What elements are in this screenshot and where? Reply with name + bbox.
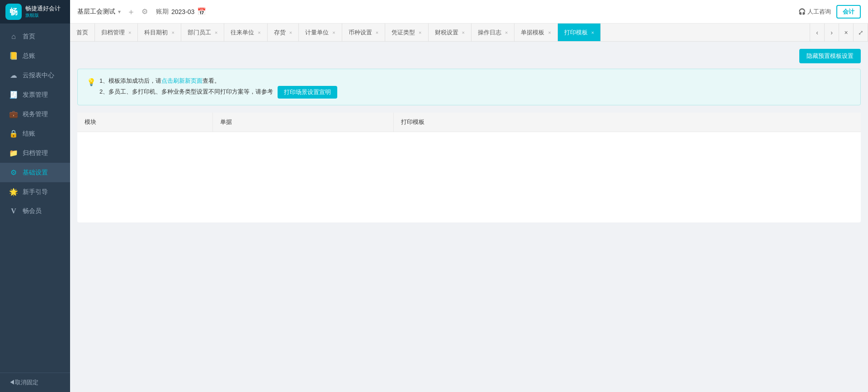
action-bar: 隐藏预置模板设置	[77, 49, 861, 63]
sidebar-item-settings[interactable]: ⚙ 基础设置	[0, 163, 70, 182]
sidebar-item-label: 结账	[23, 130, 35, 138]
tab-dept-label: 部门员工	[188, 28, 211, 37]
company-name: 基层工会测试	[77, 8, 115, 16]
tab-partner[interactable]: 往来单位 ×	[224, 24, 267, 41]
tab-currency[interactable]: 币种设置 ×	[342, 24, 385, 41]
info-line1-after: 查看。	[203, 77, 220, 84]
kuaiji-label: 会计	[843, 8, 854, 15]
info-line1: 1、模板添加成功后，请点击刷新新页面查看。	[99, 76, 851, 86]
tab-archive-close-icon[interactable]: ×	[128, 30, 131, 35]
tab-subject-close-icon[interactable]: ×	[171, 30, 174, 35]
calendar-icon[interactable]: 📅	[197, 7, 206, 16]
tab-expand-button[interactable]: ⤢	[854, 24, 868, 42]
home-icon: ⌂	[9, 33, 18, 41]
tab-tax-label: 财税设置	[435, 28, 458, 37]
unpin-label: ◀取消固定	[9, 378, 38, 387]
data-table: 模块 单据 打印模板	[77, 113, 861, 222]
sidebar-item-label: 新手引导	[23, 188, 48, 196]
sidebar-item-label: 发票管理	[23, 91, 48, 99]
tab-home[interactable]: 首页	[70, 24, 95, 41]
sidebar-item-taxmgr[interactable]: 💼 税务管理	[0, 104, 70, 124]
tab-unit-label: 计量单位	[305, 28, 329, 37]
tab-partner-close-icon[interactable]: ×	[258, 30, 260, 35]
info-box: 💡 1、模板添加成功后，请点击刷新新页面查看。 2、多员工、多打印机、多种业务类…	[77, 69, 861, 105]
tab-partner-label: 往来单位	[231, 28, 254, 37]
info-row: 💡 1、模板添加成功后，请点击刷新新页面查看。 2、多员工、多打印机、多种业务类…	[87, 76, 851, 99]
tab-scroll-right-button[interactable]: ›	[825, 24, 839, 42]
info-refresh-link[interactable]: 点击刷新新页面	[161, 77, 203, 84]
tab-currency-close-icon[interactable]: ×	[376, 30, 378, 35]
topbar-settings-icon[interactable]: ⚙	[142, 7, 148, 16]
print-scene-button[interactable]: 打印场景设置宣明	[278, 86, 337, 99]
guide-icon: 🌟	[9, 188, 18, 196]
info-line2-text: 2、多员工、多打印机、多种业务类型设置不同打印方案等，请参考	[99, 89, 273, 95]
tab-close-all-button[interactable]: ×	[839, 24, 854, 42]
tab-voucher[interactable]: 凭证类型 ×	[385, 24, 428, 41]
sidebar-item-invoice[interactable]: 🧾 发票管理	[0, 85, 70, 104]
tab-voucher-close-icon[interactable]: ×	[419, 30, 421, 35]
logo-icon: 畅	[5, 4, 22, 20]
reports-icon: ☁	[9, 71, 18, 80]
sidebar-item-home[interactable]: ⌂ 首页	[0, 27, 70, 46]
period-selector: 账期 2023-03 📅	[156, 7, 206, 16]
tab-currency-label: 币种设置	[349, 28, 372, 37]
tab-stock[interactable]: 存货 ×	[268, 24, 299, 41]
tab-unit[interactable]: 计量单位 ×	[299, 24, 342, 41]
sidebar-item-label: 归档管理	[23, 149, 48, 157]
sidebar-item-label: 总账	[23, 52, 35, 60]
tab-dept-close-icon[interactable]: ×	[215, 30, 217, 35]
table-body	[77, 132, 861, 222]
sidebar-item-reports[interactable]: ☁ 云报表中心	[0, 66, 70, 85]
tab-printtemplate[interactable]: 打印模板 ×	[558, 24, 601, 41]
hide-template-button[interactable]: 隐藏预置模板设置	[799, 49, 861, 63]
tab-oplog-label: 操作日志	[478, 28, 501, 37]
tab-oplog[interactable]: 操作日志 ×	[472, 24, 514, 41]
tab-subject-label: 科目期初	[144, 28, 168, 37]
tab-scroll-left-button[interactable]: ‹	[810, 24, 825, 42]
sidebar-item-label: 畅会员	[23, 207, 42, 215]
settings-icon: ⚙	[9, 168, 18, 177]
sidebar-item-guide[interactable]: 🌟 新手引导	[0, 182, 70, 202]
company-selector[interactable]: 基层工会测试 ▾	[77, 8, 121, 16]
col-template: 打印模板	[394, 113, 861, 132]
sidebar-item-ledger[interactable]: 📒 总账	[0, 46, 70, 66]
tab-home-label: 首页	[76, 28, 88, 37]
add-tab-button[interactable]: ＋	[125, 6, 137, 17]
tab-subject[interactable]: 科目期初 ×	[138, 24, 181, 41]
topbar: 基层工会测试 ▾ ＋ ⚙ 账期 2023-03 📅 🎧 人工咨询 会计	[70, 0, 868, 24]
invoice-icon: 🧾	[9, 90, 18, 99]
sidebar-item-close[interactable]: 🔒 结账	[0, 124, 70, 143]
tab-stock-close-icon[interactable]: ×	[289, 30, 292, 35]
topbar-right: 🎧 人工咨询 会计	[798, 5, 861, 19]
sidebar-item-archivemgr[interactable]: 📁 归档管理	[0, 143, 70, 163]
tab-archive-label: 归档管理	[101, 28, 125, 37]
kuaiji-button[interactable]: 会计	[836, 5, 861, 19]
content-area: 隐藏预置模板设置 💡 1、模板添加成功后，请点击刷新新页面查看。 2、多员工、多…	[70, 42, 868, 392]
tab-oplog-close-icon[interactable]: ×	[505, 30, 508, 35]
col-doc: 单据	[213, 113, 394, 132]
unpin-sidebar-button[interactable]: ◀取消固定	[0, 373, 70, 392]
tab-dept[interactable]: 部门员工 ×	[181, 24, 224, 41]
tab-archive[interactable]: 归档管理 ×	[95, 24, 138, 41]
tab-voucher-label: 凭证类型	[392, 28, 415, 37]
logo-subtitle: 旗舰版	[25, 12, 61, 19]
sidebar-item-label: 基础设置	[23, 169, 48, 177]
period-value: 2023-03	[171, 8, 194, 15]
tab-unit-close-icon[interactable]: ×	[332, 30, 335, 35]
tab-tax[interactable]: 财税设置 ×	[429, 24, 472, 41]
tab-tax-close-icon[interactable]: ×	[462, 30, 465, 35]
close-account-icon: 🔒	[9, 129, 18, 138]
tabbar: 首页 归档管理 × 科目期初 × 部门员工 × 往来单位 × 存货 × 计量单位…	[70, 24, 868, 42]
info-bulb-icon: 💡	[87, 76, 96, 89]
archive-icon: 📁	[9, 149, 18, 157]
sidebar-item-label: 首页	[23, 33, 35, 41]
tab-singlebill-close-icon[interactable]: ×	[548, 30, 551, 35]
sidebar-item-label: 税务管理	[23, 110, 48, 118]
vip-icon: V	[9, 207, 18, 215]
help-button[interactable]: 🎧 人工咨询	[798, 8, 831, 16]
tab-singlebill[interactable]: 单据模板 ×	[514, 24, 557, 41]
tab-printtemplate-close-icon[interactable]: ×	[591, 30, 594, 35]
sidebar-item-vip[interactable]: V 畅会员	[0, 202, 70, 221]
logo-text-block: 畅捷通好会计 旗舰版	[25, 5, 61, 19]
taxmgr-icon: 💼	[9, 110, 18, 118]
